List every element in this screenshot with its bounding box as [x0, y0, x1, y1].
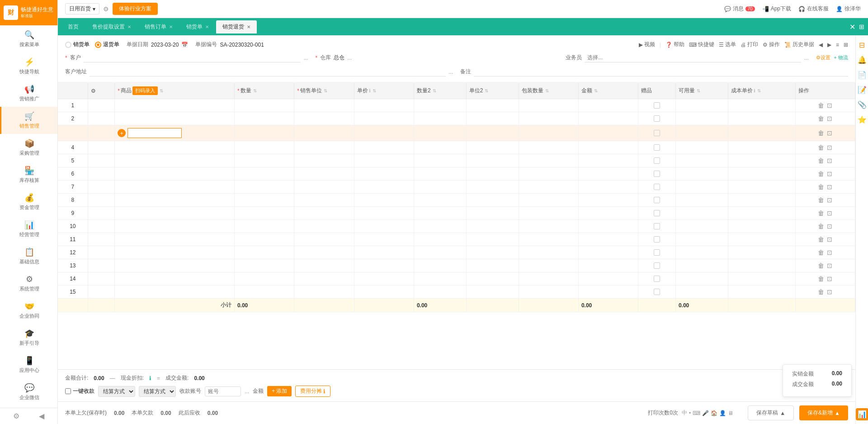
copy-icon-1[interactable]: ⊡ — [827, 102, 832, 109]
history-btn[interactable]: 📜 历史单据 — [784, 41, 814, 48]
delete-icon-12[interactable]: 🗑 — [818, 249, 824, 256]
expand-icon[interactable]: ⊞ — [859, 23, 864, 30]
experience-btn[interactable]: 体验行业方案 — [113, 3, 158, 15]
copy-icon-13[interactable]: ⊡ — [827, 262, 832, 269]
delete-icon-2[interactable]: 🗑 — [818, 115, 824, 122]
copy-icon-9[interactable]: ⊡ — [827, 210, 832, 217]
sidebar-item-system[interactable]: ⚙ 系统管理 — [0, 270, 57, 297]
copy-icon-8[interactable]: ⊡ — [827, 196, 832, 204]
list-view-btn[interactable]: ≡ — [836, 42, 839, 48]
address-dots[interactable]: ... — [448, 69, 453, 75]
tab-close-sales-return[interactable]: ✕ — [247, 24, 250, 29]
radio-return[interactable]: 退货单 — [95, 41, 119, 48]
salesperson-input[interactable] — [585, 53, 801, 62]
user-btn[interactable]: 👤 徐泽华 — [836, 5, 861, 13]
tab-close-sales-bill[interactable]: ✕ — [205, 24, 209, 29]
gift-checkbox-6[interactable] — [654, 171, 660, 177]
sidebar-item-app-center[interactable]: 📱 应用中心 — [0, 351, 57, 378]
delete-icon-1[interactable]: 🗑 — [818, 102, 824, 109]
unit-sort-icon[interactable]: ⇅ — [324, 88, 327, 93]
copy-icon-4[interactable]: ⊡ — [827, 144, 832, 151]
gift-checkbox-5[interactable] — [654, 157, 660, 164]
tab-sales-return[interactable]: 销货退货 ✕ — [216, 20, 257, 33]
delete-icon-15[interactable]: 🗑 — [818, 288, 824, 295]
sidebar-item-search[interactable]: 🔍 搜索菜单 — [0, 25, 57, 52]
sidebar-item-quick-nav[interactable]: ⚡ 快捷导航 — [0, 52, 57, 80]
add-logistics-btn[interactable]: + 物流 — [834, 54, 848, 61]
sidebar-item-sales[interactable]: 🛒 销售管理 — [0, 107, 57, 134]
qty2-sort-icon[interactable]: ⇅ — [433, 88, 436, 93]
sidebar-item-enterprise[interactable]: 🤝 企业协同 — [0, 297, 57, 324]
delete-icon-7[interactable]: 🗑 — [818, 183, 824, 191]
help-btn[interactable]: ❓ 帮助 — [665, 41, 684, 48]
tab-sales-order[interactable]: 销售订单 ✕ — [138, 20, 179, 33]
tab-close-price-setting[interactable]: ✕ — [127, 24, 131, 29]
radio-sale[interactable]: 销货单 — [65, 41, 90, 48]
right-panel-icon-4[interactable]: 📝 — [856, 84, 868, 96]
sidebar-item-purchase[interactable]: 📦 采购管理 — [0, 134, 57, 161]
one-click-input[interactable] — [65, 388, 71, 394]
print-btn[interactable]: 🖨 打印 — [741, 41, 758, 48]
form-setting-btn[interactable]: ⚙设置 — [816, 54, 830, 61]
copy-icon-2[interactable]: ⊡ — [827, 115, 832, 122]
save-draft-btn[interactable]: 保存草稿 ▲ — [748, 405, 794, 420]
salesperson-dots[interactable]: ... — [804, 55, 808, 61]
operate-btn[interactable]: ⚙ 操作 — [763, 41, 780, 48]
pkg-sort-icon[interactable]: ⇅ — [545, 88, 549, 93]
right-panel-active-icon[interactable]: 📊 — [856, 408, 868, 420]
scan-btn[interactable]: 扫码录入 — [132, 86, 158, 95]
message-btn[interactable]: 💬 消息 70 — [724, 5, 755, 13]
gift-checkbox-10[interactable] — [654, 223, 660, 229]
avail-sort-icon[interactable]: ⇅ — [697, 88, 700, 93]
video-btn[interactable]: ▶ 视频 — [639, 41, 655, 48]
calc-select[interactable]: 结算方式 — [139, 386, 176, 397]
sidebar-item-marketing[interactable]: 📢 营销推广 — [0, 80, 57, 107]
delete-icon-8[interactable]: 🗑 — [818, 196, 824, 204]
topbar-gear-icon[interactable]: ⚙ — [103, 5, 109, 13]
right-panel-icon-3[interactable]: 📄 — [856, 69, 868, 81]
th-gear[interactable]: ⚙ — [88, 83, 115, 99]
cost-info-icon[interactable]: ℹ — [754, 88, 755, 93]
qty-sort-icon[interactable]: ⇅ — [253, 88, 257, 93]
product-input-active[interactable] — [127, 128, 182, 138]
account-input[interactable] — [205, 386, 241, 396]
tab-sales-bill[interactable]: 销货单 ✕ — [180, 20, 215, 33]
delete-icon-11[interactable]: 🗑 — [818, 236, 824, 243]
account-dots[interactable]: ... — [245, 388, 249, 395]
sidebar-collapse-btn[interactable]: ◀ — [39, 412, 44, 420]
copy-icon-15[interactable]: ⊡ — [827, 288, 832, 295]
tab-home[interactable]: 首页 — [61, 20, 85, 33]
select-btn[interactable]: ☰ 选单 — [719, 41, 736, 48]
delete-icon-14[interactable]: 🗑 — [818, 275, 824, 282]
add-row-btn[interactable]: + — [118, 129, 126, 137]
copy-icon-7[interactable]: ⊡ — [827, 183, 832, 191]
gift-checkbox-14[interactable] — [654, 276, 660, 282]
price-sort-icon[interactable]: ⇅ — [373, 88, 376, 93]
close-tab-icon[interactable]: ✕ — [849, 23, 855, 31]
cost-sort-icon[interactable]: ⇅ — [757, 88, 761, 93]
app-download-btn[interactable]: 📲 App下载 — [762, 5, 791, 13]
online-service-btn[interactable]: 🎧 在线客服 — [798, 5, 829, 13]
gift-checkbox-9[interactable] — [654, 210, 660, 216]
amount-sort-icon[interactable]: ⇅ — [594, 88, 598, 93]
delete-icon-13[interactable]: 🗑 — [818, 262, 824, 269]
copy-icon-14[interactable]: ⊡ — [827, 275, 832, 282]
delete-icon-3[interactable]: 🗑 — [818, 129, 824, 137]
save-new-btn[interactable]: 保存&新增 ▲ — [799, 405, 848, 420]
product-sort-icon[interactable]: ⇅ — [160, 88, 163, 93]
tab-close-sales-order[interactable]: ✕ — [169, 24, 173, 29]
copy-icon-11[interactable]: ⊡ — [827, 236, 832, 243]
gift-checkbox-12[interactable] — [654, 249, 660, 256]
sidebar-setting-btn[interactable]: ⚙ — [13, 412, 19, 420]
gift-checkbox-2[interactable] — [654, 115, 660, 122]
sidebar-item-operation[interactable]: 📊 经营管理 — [0, 215, 57, 243]
unit2-sort-icon[interactable]: ⇅ — [485, 88, 488, 93]
split-btn[interactable]: 费用分摊 ℹ — [295, 386, 330, 397]
gift-checkbox-13[interactable] — [654, 262, 660, 269]
tab-price-setting[interactable]: 售价提取设置 ✕ — [86, 20, 137, 33]
price-info-icon[interactable]: ℹ — [369, 88, 371, 93]
customer-dots[interactable]: ... — [303, 55, 308, 61]
right-panel-icon-6[interactable]: ⭐ — [856, 114, 868, 126]
remark-input[interactable] — [474, 67, 848, 76]
customer-input[interactable] — [84, 53, 301, 62]
